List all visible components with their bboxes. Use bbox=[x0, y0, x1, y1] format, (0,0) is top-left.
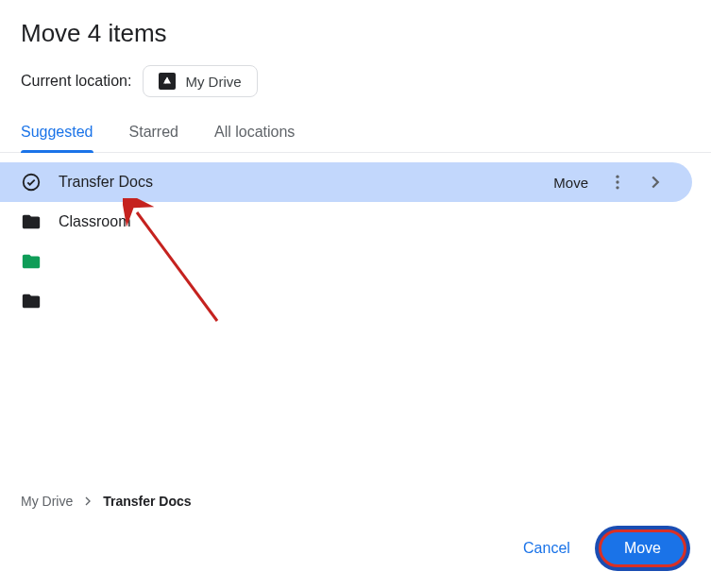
svg-point-3 bbox=[616, 180, 618, 183]
row-actions: Move bbox=[546, 166, 671, 198]
move-button-highlight: Move bbox=[595, 526, 690, 571]
folder-row-classroom[interactable]: Classroom bbox=[0, 202, 711, 242]
folder-row-transfer-docs[interactable]: Transfer Docs Move bbox=[0, 162, 692, 202]
check-circle-icon bbox=[21, 172, 42, 193]
folder-label: Classroom bbox=[59, 213, 690, 230]
quick-move-button[interactable]: Move bbox=[546, 171, 596, 194]
current-location-row: Current location: My Drive bbox=[0, 65, 711, 97]
chevron-right-icon[interactable] bbox=[639, 166, 671, 198]
svg-point-2 bbox=[616, 176, 618, 178]
svg-point-4 bbox=[616, 186, 618, 189]
folder-label: Transfer Docs bbox=[59, 174, 529, 191]
folder-row-obscured-1[interactable] bbox=[0, 242, 711, 281]
svg-marker-0 bbox=[163, 77, 171, 84]
more-options-icon[interactable] bbox=[601, 166, 634, 198]
current-location-label: Current location: bbox=[21, 73, 131, 90]
folder-icon bbox=[21, 291, 42, 311]
svg-point-1 bbox=[24, 175, 40, 191]
folder-row-obscured-2[interactable] bbox=[0, 281, 711, 321]
drive-icon bbox=[159, 73, 176, 90]
tab-all-locations[interactable]: All locations bbox=[214, 116, 295, 152]
breadcrumb-current: Transfer Docs bbox=[103, 494, 191, 509]
chevron-right-icon bbox=[80, 494, 95, 509]
folder-list: Transfer Docs Move Classroom bbox=[0, 162, 711, 494]
move-button[interactable]: Move bbox=[599, 529, 686, 567]
tab-starred[interactable]: Starred bbox=[129, 116, 178, 152]
tab-suggested[interactable]: Suggested bbox=[21, 116, 93, 152]
breadcrumb-root[interactable]: My Drive bbox=[21, 494, 73, 509]
dialog-footer: Cancel Move bbox=[0, 526, 711, 588]
tabs: Suggested Starred All locations bbox=[0, 116, 711, 153]
current-location-chip[interactable]: My Drive bbox=[143, 65, 257, 97]
cancel-button[interactable]: Cancel bbox=[508, 530, 585, 566]
move-dialog: Move 4 items Current location: My Drive … bbox=[0, 0, 711, 588]
dialog-title: Move 4 items bbox=[0, 19, 711, 48]
folder-icon bbox=[21, 211, 42, 232]
breadcrumb: My Drive Transfer Docs bbox=[0, 494, 711, 509]
shared-folder-icon bbox=[21, 251, 42, 272]
current-location-value: My Drive bbox=[185, 74, 241, 90]
